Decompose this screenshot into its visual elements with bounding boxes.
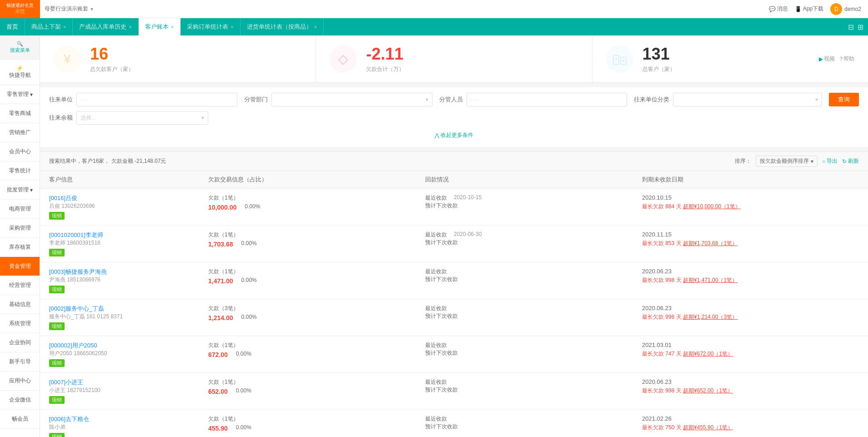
table-row: [0003]畅捷服务尹海燕 尹海燕 18513066976 现销 欠款（1笔） … <box>40 262 868 299</box>
debt-info-cell: 欠款（1笔） 1,471.00 0.00% <box>208 268 425 285</box>
store-dropdown-icon[interactable]: ▾ <box>90 6 93 12</box>
sidebar-item-system[interactable]: 系统管理 <box>0 314 40 333</box>
customer-id-link[interactable]: [0003]畅捷服务尹海燕 <box>49 268 208 276</box>
customer-id-link[interactable]: [0001020001]李老师 <box>49 231 208 239</box>
customer-id-link[interactable]: [0007]小进王 <box>49 378 208 387</box>
sidebar-item-search[interactable]: 🔍 搜索菜单 <box>0 35 40 60</box>
overdue-amount-link[interactable]: 超期¥455.90（1笔） <box>683 424 733 431</box>
balance-dropdown-icon: ▾ <box>201 115 204 121</box>
filter-dept-select[interactable]: ▾ <box>271 93 432 106</box>
return-row-last: 最近收款 <box>425 305 642 312</box>
overdue-amount-link[interactable]: 超期¥10,000.00（1笔） <box>683 203 741 210</box>
sidebar-item-purchase[interactable]: 采购管理 <box>0 219 40 238</box>
customer-id-link[interactable]: [0006]去下粮仓 <box>49 415 208 423</box>
close-tab-product-shelf[interactable]: × <box>63 24 66 30</box>
sidebar-item-retail-stats[interactable]: 零售统计 <box>0 161 40 181</box>
col-header-debt: 欠款交易信息（占比） <box>208 176 425 184</box>
sidebar-item-enterprise-collab[interactable]: 企业协同 <box>0 333 40 352</box>
sidebar-item-retail-mgmt[interactable]: 零售管理 ▾ <box>0 85 40 104</box>
sidebar-item-retail-mall[interactable]: 零售商城 <box>0 104 40 123</box>
filter-person-input[interactable]: ··· <box>467 93 627 106</box>
overdue-amount-link[interactable]: 超期¥1,471.00（1笔） <box>683 277 738 283</box>
sidebar-item-member-club[interactable]: 畅会员 <box>0 410 40 429</box>
sidebar-item-new-guide[interactable]: 新手引导 <box>0 352 40 372</box>
customer-id-link[interactable]: [0002]服务中心_丁磊 <box>49 305 208 313</box>
app-download-btn[interactable]: 📱 App下载 <box>795 5 823 13</box>
sidebar-item-enterprise-wechat[interactable]: 企业微信 <box>0 391 40 410</box>
tab-customer-account[interactable]: 客户账本 × <box>139 18 181 35</box>
filter-supplier-input[interactable]: ··· <box>76 93 237 106</box>
overdue-amount-link[interactable]: 超期¥672.00（1笔） <box>683 351 733 357</box>
sidebar-item-quick-nav[interactable]: ⚡ 快捷导航 <box>0 60 40 85</box>
tab-product-history[interactable]: 产成品入库单历史 × <box>73 18 138 35</box>
user-avatar[interactable]: D demo2 <box>830 3 861 15</box>
filter-person: 分管人员 ··· <box>439 93 627 106</box>
sidebar-item-operations[interactable]: 经营管理 <box>0 276 40 295</box>
customer-id-link[interactable]: [0016]吕俊 <box>49 194 208 202</box>
sidebar: 🔍 搜索菜单 ⚡ 快捷导航 零售管理 ▾ 零售商城 营销推广 会员中心 零售统计… <box>0 35 40 437</box>
last-payment-label: 最近收款 <box>425 305 447 312</box>
close-tab-product-history[interactable]: × <box>129 24 131 30</box>
filter-dept-label: 分管部门 <box>244 95 268 104</box>
overdue-amount-link[interactable]: 超期¥1,703.68（1笔） <box>683 240 738 246</box>
debt-amount: 1,471.00 <box>208 277 233 285</box>
sidebar-item-inventory[interactable]: 库存核算 <box>0 238 40 257</box>
debt-customers-number: 16 <box>90 45 134 64</box>
debt-total-info: -2.11 欠款合计（万） <box>366 45 404 73</box>
window-maximize-btn[interactable]: ⊞ <box>858 23 863 31</box>
next-payment-label: 预计下次收款 <box>425 423 458 431</box>
logo-area[interactable]: 畅捷通好生意 示范 <box>0 0 40 18</box>
debt-count: 欠款（1笔） <box>208 342 239 349</box>
sort-select[interactable]: 按欠款金额倒序排序 ▾ <box>756 156 818 167</box>
customer-tag: 现销 <box>49 359 65 367</box>
debt-customers-label: 总欠款客户（家） <box>90 65 134 73</box>
main-layout: 🔍 搜索菜单 ⚡ 快捷导航 零售管理 ▾ 零售商城 营销推广 会员中心 零售统计… <box>0 35 868 437</box>
return-info-cell: 最近收款 预计下次收款 <box>425 268 642 283</box>
filter-area: 往来单位 ··· 分管部门 ▾ 分管人员 ··· <box>40 87 868 147</box>
due-date: 2020.10.15 <box>642 194 859 201</box>
store-selector[interactable]: 母婴行业演示账套 ▾ <box>40 5 769 13</box>
overdue-info: 最长欠款 853 天 超期¥1,703.68（1笔） <box>642 240 859 247</box>
overdue-amount-link[interactable]: 超期¥652.00（1笔） <box>683 387 733 394</box>
sidebar-item-finance[interactable]: 资金管理 <box>0 257 40 276</box>
sidebar-item-batch-mgmt[interactable]: 批发管理 ▾ <box>0 181 40 200</box>
table-row: [0002]服务中心_丁磊 服务中心_丁磊 181 0125 8371 现销 欠… <box>40 299 868 336</box>
sidebar-item-member-center[interactable]: 会员中心 <box>0 142 40 161</box>
due-date: 2021.02.26 <box>642 415 859 422</box>
debt-amount-row: 1,214.00 0.00% <box>208 312 425 321</box>
query-button[interactable]: 查询 <box>829 93 859 106</box>
sidebar-item-basic-info[interactable]: 基础信息 <box>0 295 40 314</box>
return-row-last: 最近收款 <box>425 415 642 423</box>
overdue-info: 最长欠款 998 天 超期¥652.00（1笔） <box>642 387 859 395</box>
window-minimize-btn[interactable]: ⊟ <box>848 23 854 31</box>
debt-row: 欠款（1笔） <box>208 194 425 202</box>
filter-category-select[interactable]: ▾ <box>673 93 822 106</box>
last-payment-date: 2020-10-15 <box>454 194 482 202</box>
close-tab-customer-account[interactable]: × <box>171 24 174 30</box>
close-tab-import-stats[interactable]: × <box>314 24 317 30</box>
return-row-next: 预计下次收款 <box>425 202 642 210</box>
avatar-circle: D <box>830 3 842 15</box>
video-btn[interactable]: ▶ 视频 <box>819 55 835 63</box>
result-actions: 排序： 按欠款金额倒序排序 ▾ ○ 导出 ↻ 刷新 <box>735 156 859 167</box>
filter-balance-select[interactable]: 选择... ▾ <box>76 111 208 125</box>
customer-tag: 现销 <box>49 249 65 256</box>
collapse-filter-btn[interactable]: ⋀ 收起更多条件 <box>49 129 859 141</box>
debt-amount: 1,214.00 <box>208 314 233 321</box>
export-btn[interactable]: ○ 导出 <box>822 157 838 165</box>
sidebar-item-app-center[interactable]: 应用中心 <box>0 372 40 391</box>
tab-product-shelf[interactable]: 商品上下架 × <box>25 18 73 35</box>
tab-home[interactable]: 首页 <box>0 18 25 35</box>
debt-amount: 10,000.00 <box>208 204 236 211</box>
help-btn[interactable]: ? 帮助 <box>839 55 854 63</box>
close-tab-purchase-order[interactable]: × <box>231 24 233 30</box>
refresh-btn[interactable]: ↻ 刷新 <box>842 157 859 165</box>
sidebar-item-ecommerce[interactable]: 电商管理 <box>0 200 40 219</box>
message-btn[interactable]: 💬 消息 <box>769 5 788 13</box>
tab-import-stats[interactable]: 进货单统计表（按商品） × <box>241 18 324 35</box>
overdue-amount-link[interactable]: 超期¥1,214.00（3笔） <box>683 314 738 320</box>
sidebar-item-marketing[interactable]: 营销推广 <box>0 123 40 142</box>
table-row: [0007]小进王 小进王 18279152100 现销 欠款（1笔） 652.… <box>40 373 868 410</box>
customer-id-link[interactable]: [000002]用户2050 <box>49 342 208 350</box>
tab-purchase-order[interactable]: 采购订单统计表 × <box>181 18 240 35</box>
